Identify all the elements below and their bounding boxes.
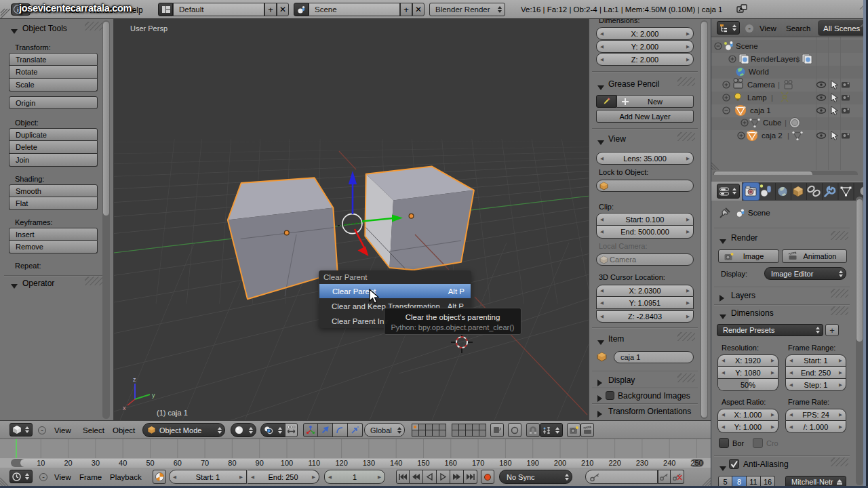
svg-text:caja 2: caja 2 bbox=[762, 131, 783, 140]
svg-text:10: 10 bbox=[37, 459, 45, 467]
svg-text:World: World bbox=[749, 68, 769, 76]
svg-text:Lamp: Lamp bbox=[747, 94, 767, 102]
svg-text:60: 60 bbox=[174, 459, 182, 467]
svg-text:y: y bbox=[152, 392, 155, 399]
svg-text:|: | bbox=[787, 131, 789, 140]
svg-text:230: 230 bbox=[636, 459, 648, 467]
svg-text:80: 80 bbox=[228, 459, 236, 467]
svg-text:Scene: Scene bbox=[736, 42, 758, 50]
svg-text:40: 40 bbox=[119, 459, 127, 467]
svg-text:170: 170 bbox=[472, 459, 484, 467]
svg-text:240: 240 bbox=[663, 459, 675, 467]
svg-text:caja 1: caja 1 bbox=[750, 106, 771, 115]
svg-text:90: 90 bbox=[256, 459, 264, 467]
svg-text:160: 160 bbox=[445, 459, 457, 467]
svg-text:|: | bbox=[785, 119, 787, 127]
svg-text:z: z bbox=[133, 376, 136, 383]
svg-text:70: 70 bbox=[201, 459, 209, 467]
svg-text:30: 30 bbox=[92, 459, 100, 467]
svg-text:|: | bbox=[797, 55, 799, 63]
svg-text:|: | bbox=[771, 94, 773, 102]
svg-text:210: 210 bbox=[581, 459, 593, 467]
svg-text:110: 110 bbox=[309, 459, 321, 467]
svg-text:|: | bbox=[778, 81, 780, 89]
svg-text:Cube: Cube bbox=[763, 119, 782, 127]
svg-text:50: 50 bbox=[146, 459, 154, 467]
svg-text:100: 100 bbox=[281, 459, 293, 467]
svg-text:190: 190 bbox=[527, 459, 539, 467]
svg-text:130: 130 bbox=[363, 459, 375, 467]
svg-text:220: 220 bbox=[608, 459, 620, 467]
svg-text:200: 200 bbox=[554, 459, 566, 467]
svg-text:140: 140 bbox=[390, 459, 402, 467]
svg-text:180: 180 bbox=[499, 459, 511, 467]
svg-text:Camera: Camera bbox=[747, 81, 776, 89]
svg-text:250: 250 bbox=[690, 459, 703, 467]
svg-text:x: x bbox=[123, 405, 126, 411]
svg-text:120: 120 bbox=[335, 459, 347, 467]
svg-text:150: 150 bbox=[417, 459, 429, 467]
svg-text:RenderLayers: RenderLayers bbox=[751, 55, 800, 63]
svg-text:20: 20 bbox=[64, 459, 72, 467]
